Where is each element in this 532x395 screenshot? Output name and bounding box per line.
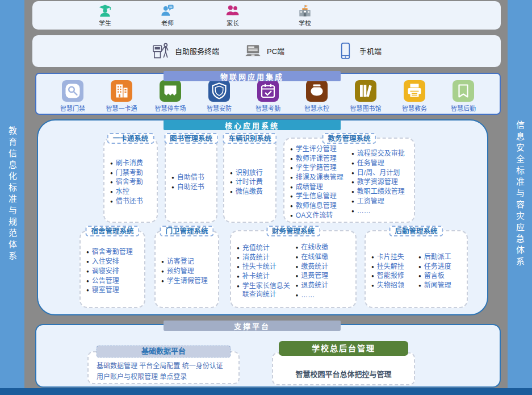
feature-item: ●入住安排 (86, 257, 143, 266)
feature-label: 排课及课表管理 (296, 173, 344, 182)
iot-app-label: 智慧水控 (304, 103, 329, 113)
feature-item: ●教职工绩效管理 (351, 188, 413, 196)
feature-label: 入住安排 (92, 257, 119, 266)
feature-label: 补卡统计 (242, 272, 270, 281)
user-role-label: 学校 (299, 18, 311, 27)
feature-item: ●缴费统计 (296, 263, 355, 271)
access-terminals-panel: 自助服务终端PC端手机端 (32, 35, 501, 67)
feature-column: ●宿舍考勤管理●入住安排●调寝安排●公告管理●寝室管理 (86, 238, 143, 305)
feature-label: OA文件流转 (296, 211, 333, 220)
iot-app-item: 智慧后勤 (442, 80, 485, 113)
bullet-icon: ● (237, 255, 240, 262)
education-standards-sidebar: 教育信息化标准与规范体系 (0, 0, 24, 388)
user-role-teacher: 老师 (149, 4, 186, 27)
bullet-icon: ● (418, 273, 421, 280)
bullet-icon: ● (296, 283, 299, 290)
feature-label: 宿舍考勤管理 (92, 248, 133, 256)
terminal-kiosk: 自助服务终端 (152, 41, 219, 60)
bullet-icon: ● (418, 283, 421, 290)
feature-column: ●自助借书●自助还书 (171, 145, 215, 219)
bullet-icon: ● (418, 264, 421, 271)
bullet-icon: ● (230, 171, 233, 177)
bullet-icon: ● (351, 171, 354, 177)
feature-label: 水控 (116, 188, 129, 196)
system-box-title: 一卡通系统 (107, 133, 154, 144)
terminal-laptop: PC端 (244, 41, 284, 60)
feature-item: ●访客登记 (161, 257, 217, 266)
system-box-title: 财务管理系统 (266, 226, 320, 236)
iot-app-item: 智慧考勤 (246, 80, 290, 113)
bullet-icon: ● (230, 189, 233, 196)
student-icon (98, 4, 112, 18)
feature-item: ●退费统计 (296, 281, 355, 290)
feature-label: 退费管理 (301, 272, 328, 280)
feature-label: 自助借书 (177, 173, 204, 182)
feature-item: ●借书还书 (110, 197, 156, 206)
iot-app-item: 智慧安防 (198, 80, 241, 113)
feature-label: …… (301, 291, 315, 300)
feature-item: ●挂失解挂 (371, 263, 418, 271)
feature-item: ●流程提交及审批 (351, 149, 413, 158)
bullet-icon: ● (296, 245, 299, 252)
user-roles-panel: 学生老师家长学校 (32, 1, 501, 30)
feature-label: 后勤派工 (424, 253, 451, 261)
feature-label: 公告管理 (92, 277, 119, 285)
school-admin-backend-desc: 智慧校园平台总体把控与管理 (295, 368, 391, 379)
security-shield-icon (208, 80, 230, 102)
feature-item: ●在线催缴 (296, 253, 355, 261)
bullet-icon: ● (161, 269, 164, 276)
parents-icon (226, 4, 240, 18)
feature-label: 充值统计 (242, 244, 270, 252)
feature-item: ●水控 (110, 188, 156, 196)
system-box: 一卡通系统●刷卡消费●门禁考勤●宿舍考勤●水控●借书还书 (103, 138, 158, 223)
bullet-icon: ● (351, 151, 354, 158)
library-books-icon (355, 80, 376, 102)
bullet-icon: ● (237, 246, 240, 252)
bullet-icon: ● (296, 293, 299, 300)
feature-label: 任务管理 (357, 159, 384, 168)
bullet-icon: ● (171, 175, 174, 182)
onecard-building-icon (111, 80, 132, 102)
system-box-features: ●自助借书●自助还书 (166, 139, 216, 222)
bullet-icon: ● (86, 278, 89, 285)
system-box-title: 后勤管理系统 (389, 226, 443, 236)
system-box-title: 图书管理系统 (164, 133, 218, 144)
feature-item: ●寝室管理 (86, 286, 143, 294)
feature-item: ●补卡统计 (237, 272, 296, 281)
feature-column: ●流程提交及审批●任务管理●日/周、月计划●教学资源管理●教职工绩效管理●工资管… (351, 145, 413, 219)
bullet-icon: ● (351, 199, 354, 206)
bullet-icon: ● (351, 180, 354, 186)
user-role-school: 学校 (287, 4, 323, 27)
system-box: 车辆识别系统●识别放行●计时计费●微信缴费 (223, 138, 277, 223)
feature-label: 计时计费 (236, 178, 263, 186)
feature-item: ●任务管理 (351, 159, 413, 168)
bullet-icon: ● (110, 161, 113, 168)
feature-item: ●学生请假管理 (161, 277, 217, 285)
iot-section-title: 物联网应用集成 (164, 71, 341, 81)
feature-label: 刷卡消费 (116, 159, 143, 168)
bullet-icon: ● (296, 273, 299, 280)
feature-item: ●宿舍考勤管理 (86, 248, 143, 256)
feature-label: 挂失解挂 (377, 263, 404, 271)
feature-item: ●挂失卡统计 (237, 263, 296, 271)
bullet-icon: ● (296, 264, 299, 271)
system-box: 图书管理系统●自助借书●自助还书 (165, 138, 217, 223)
feature-column: ●学生评分管理●教师评课管理●学生学籍管理●排课及课表管理●成绩管理●学生信息管… (290, 145, 351, 219)
smart-campus-architecture-diagram: 教育信息化标准与规范体系 信息安全标准与容灾应急体系 学生老师家长学校 自助服务… (0, 0, 532, 395)
support-platform-panel: 基础数据平台 基础数据管理 平台全局配置 统一身份认证 用户账户与权限管理 单点… (35, 324, 501, 388)
support-section-title: 支撑平台 (164, 321, 341, 331)
feature-label: …… (357, 207, 371, 215)
feature-label: 在线催缴 (301, 253, 328, 261)
feature-item: ●任务进度 (418, 263, 466, 271)
terminal-label: 手机端 (359, 45, 382, 56)
bullet-icon: ● (351, 209, 354, 215)
terminal-phone: 手机端 (336, 41, 382, 60)
feature-label: 宿舍考勤 (116, 178, 143, 186)
feature-item: ●智能报修 (371, 272, 418, 280)
bullet-icon: ● (110, 180, 113, 186)
feature-label: 新闻管理 (424, 281, 451, 290)
base-platform-line: 用户账户与权限管理 单点登录 (97, 372, 232, 382)
feature-column: ●后勤派工●任务进度●留言板●新闻管理 (418, 238, 466, 305)
feature-item: ●教学资源管理 (351, 178, 413, 186)
feature-label: 学生学籍管理 (296, 164, 337, 172)
